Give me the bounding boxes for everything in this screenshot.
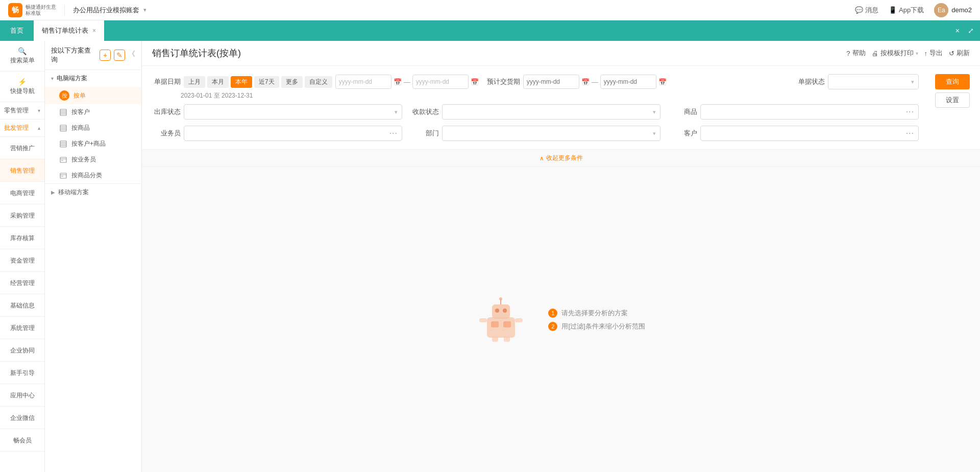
sidebar-item-marketing[interactable]: 营销推广: [0, 137, 44, 159]
download-icon: 📱: [889, 6, 897, 14]
delivery-end-input[interactable]: [600, 75, 656, 89]
download-action[interactable]: 📱 App下载: [889, 6, 924, 15]
avatar: Ea: [934, 3, 948, 17]
top-bar-right: 💬 消息 📱 App下载 Ea demo2: [855, 3, 972, 17]
scheme-collapse-button[interactable]: 《: [128, 50, 135, 61]
delivery-cal-end-icon[interactable]: 📅: [658, 78, 667, 86]
bill-status-select[interactable]: ▾: [828, 74, 919, 89]
sidebar-item-enterprise[interactable]: 企业协同: [0, 339, 44, 362]
tab-close-icon[interactable]: ×: [92, 27, 96, 34]
sidebar-item-wholesale[interactable]: 批发管理 ▴: [0, 120, 44, 137]
date-start-input[interactable]: [335, 75, 391, 89]
sidebar-item-member[interactable]: 畅会员: [0, 429, 44, 452]
sidebar-quicknav-label: 快捷导航: [4, 87, 40, 96]
goods-input[interactable]: ···: [700, 104, 919, 120]
refresh-label: 刷新: [957, 49, 970, 58]
date-end-input[interactable]: [412, 75, 469, 89]
last-month-btn[interactable]: 上月: [184, 76, 205, 88]
scheme-add-button[interactable]: +: [100, 50, 111, 61]
scheme-item-by-order[interactable]: 按 按单: [45, 87, 141, 104]
sales-label: 销售管理: [4, 167, 40, 175]
this-year-btn[interactable]: 本年: [231, 76, 252, 88]
customer-group: 客户 ···: [669, 126, 919, 141]
customer-dots[interactable]: ···: [906, 129, 914, 138]
scheme-item-by-customer-goods[interactable]: 按客户+商品: [45, 136, 141, 152]
this-month-btn[interactable]: 本月: [207, 76, 229, 88]
retail-label: 零售管理: [4, 106, 29, 115]
calendar-start-icon[interactable]: 📅: [394, 78, 402, 86]
delivery-start-input[interactable]: [523, 75, 579, 89]
settings-button[interactable]: 设置: [935, 92, 970, 108]
sidebar-item-finance[interactable]: 资金管理: [0, 249, 44, 272]
sidebar-item-basic[interactable]: 基础信息: [0, 294, 44, 317]
salesperson-input[interactable]: ···: [184, 126, 402, 141]
basic-label: 基础信息: [4, 301, 40, 310]
scheme-by-category-label: 按商品分类: [71, 171, 102, 180]
sidebar-item-ecommerce[interactable]: 电商管理: [0, 182, 44, 204]
scheme-category-pc[interactable]: ▾ 电脑端方案: [45, 70, 141, 87]
scheme-list: 按 按单 按客户: [45, 87, 141, 183]
tab-bar-right: × ⤢: [953, 25, 980, 37]
scheme-item-by-category[interactable]: 按商品分类: [45, 168, 141, 183]
collapse-bar[interactable]: ∧ 收起更多条件: [142, 150, 980, 167]
sidebar-item-retail[interactable]: 零售管理 ▾: [0, 102, 44, 120]
title-dropdown-icon[interactable]: ▾: [143, 7, 146, 13]
sidebar-item-operations[interactable]: 经营管理: [0, 272, 44, 294]
custom-btn[interactable]: 自定义: [305, 76, 332, 88]
sidebar-item-purchase[interactable]: 采购管理: [0, 204, 44, 227]
search-button[interactable]: 查询: [935, 74, 970, 89]
scheme-item-by-goods[interactable]: 按商品: [45, 120, 141, 136]
payment-status-select[interactable]: ▾: [442, 104, 660, 120]
sidebar-search[interactable]: 🔍 搜索菜单: [0, 41, 44, 72]
top-bar-left: 畅 畅捷通好生意 标准版 办公用品行业模拟账套 ▾: [8, 3, 146, 17]
sidebar-item-sales[interactable]: 销售管理: [0, 159, 44, 182]
salesperson-dots[interactable]: ···: [389, 129, 398, 138]
department-select[interactable]: ▾: [442, 126, 660, 141]
sidebar-quicknav[interactable]: ⚡ 快捷导航: [0, 72, 44, 102]
svg-rect-26: [479, 318, 487, 322]
collapse-icon: ∧: [540, 155, 544, 162]
last-7days-btn[interactable]: 近7天: [254, 76, 279, 88]
scheme-edit-button[interactable]: ✎: [114, 50, 125, 61]
delivery-separator: —: [592, 78, 598, 86]
maximize-icon[interactable]: ⤢: [966, 25, 976, 37]
sidebar-item-appcenter[interactable]: 应用中心: [0, 384, 44, 407]
export-button[interactable]: ↑ 导出: [924, 49, 943, 58]
scheme-mobile-section[interactable]: ▶ 移动端方案: [45, 183, 141, 201]
scheme-item-by-customer[interactable]: 按客户: [45, 104, 141, 120]
marketing-label: 营销推广: [4, 144, 40, 153]
help-button[interactable]: ? 帮助: [846, 49, 865, 58]
enterprise-label: 企业协同: [4, 346, 40, 355]
svg-point-25: [499, 297, 502, 300]
sidebar-item-inventory[interactable]: 库存核算: [0, 227, 44, 249]
goods-dots[interactable]: ···: [906, 107, 914, 116]
ship-status-label: 出库状态: [152, 107, 181, 116]
tip-text-2: 用[过滤]条件来缩小分析范围: [561, 322, 645, 331]
scheme-item-by-salesperson[interactable]: 按业务员: [45, 152, 141, 168]
date-range-group: 📅 — 📅: [335, 75, 479, 89]
search-icon: 🔍: [4, 47, 40, 55]
calendar-end-icon[interactable]: 📅: [471, 78, 479, 86]
customer-input[interactable]: ···: [700, 126, 919, 141]
department-label: 部门: [410, 129, 439, 138]
ship-status-select[interactable]: ▾: [184, 104, 402, 120]
tab-home[interactable]: 首页: [0, 20, 34, 41]
close-window-icon[interactable]: ×: [953, 25, 962, 37]
svg-rect-27: [515, 318, 523, 322]
salesperson-label: 业务员: [152, 129, 181, 138]
newbie-label: 新手引导: [4, 369, 40, 377]
sidebar-item-newbie[interactable]: 新手引导: [0, 362, 44, 384]
refresh-button[interactable]: ↺ 刷新: [949, 49, 970, 58]
scheme-category-icon: [59, 172, 67, 180]
scheme-customer-icon: [59, 108, 67, 116]
template-print-button[interactable]: 🖨 按模板打印 ▾: [872, 49, 918, 58]
delivery-cal-start-icon[interactable]: 📅: [581, 78, 590, 86]
app-title[interactable]: 办公用品行业模拟账套: [73, 6, 139, 15]
user-area[interactable]: Ea demo2: [934, 3, 972, 17]
sidebar-item-weixin[interactable]: 企业微信: [0, 407, 44, 429]
delivery-label: 预计交货期: [487, 77, 520, 86]
message-action[interactable]: 💬 消息: [855, 6, 878, 15]
sidebar-item-system[interactable]: 系统管理: [0, 317, 44, 339]
tab-active[interactable]: 销售订单统计表 ×: [34, 20, 104, 41]
more-btn[interactable]: 更多: [281, 76, 303, 88]
